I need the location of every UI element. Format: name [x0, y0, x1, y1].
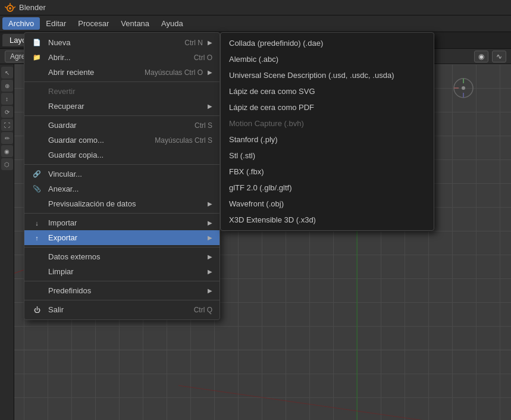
export-usd[interactable]: Universal Scene Description (.usd, .usdc…	[221, 67, 434, 83]
recuperar-arrow: ▶	[208, 103, 212, 109]
menu-previsual[interactable]: Previsualización de datos ▶	[24, 196, 220, 211]
sidebar-scale-icon[interactable]: ⟳	[1, 106, 13, 118]
sidebar-move-icon[interactable]: ⊕	[1, 80, 13, 92]
divider-2	[24, 115, 220, 116]
menu-nueva[interactable]: 📄 Nueva Ctrl N ▶	[24, 35, 220, 50]
export-ply[interactable]: Stanford (.ply)	[221, 131, 434, 148]
abrir-icon: 📁	[32, 54, 42, 61]
overlay-toggle[interactable]: ∿	[492, 51, 506, 62]
viewport-options[interactable]: ◉	[474, 51, 488, 62]
menu-anexar[interactable]: 📎 Anexar...	[24, 181, 220, 196]
anexar-icon: 📎	[32, 185, 42, 193]
divider-3	[24, 164, 220, 165]
menu-revertir: Revertir	[24, 84, 220, 99]
divider-5	[24, 247, 220, 247]
menu-procesar[interactable]: Procesar	[72, 17, 115, 30]
menu-predefinidos[interactable]: Predefinidos ▶	[24, 283, 220, 298]
exportar-arrow: ▶	[208, 234, 212, 241]
previsual-arrow: ▶	[208, 200, 212, 207]
menu-exportar[interactable]: ↑ Exportar ▶	[24, 230, 220, 245]
importar-arrow: ▶	[208, 220, 212, 226]
export-bvh: Motion Capture (.bvh)	[221, 115, 434, 131]
title-bar: Blender	[0, 0, 511, 15]
divider-4	[24, 213, 220, 214]
vincular-icon: 🔗	[32, 170, 42, 178]
limpiar-arrow: ▶	[208, 268, 212, 275]
menu-archivo[interactable]: Archivo	[2, 17, 40, 30]
export-svg[interactable]: Lápiz de cera como SVG	[221, 83, 434, 99]
sidebar-add-icon[interactable]: ⬡	[1, 158, 13, 170]
svg-point-1	[9, 7, 11, 10]
app-title: Blender	[19, 3, 46, 12]
archivo-dropdown: 📄 Nueva Ctrl N ▶ 📁 Abrir... Ctrl O Abrir…	[24, 32, 220, 320]
predefinidos-arrow: ▶	[208, 287, 212, 294]
export-fbx[interactable]: FBX (.fbx)	[221, 164, 434, 180]
menu-ayuda[interactable]: Ayuda	[155, 17, 189, 30]
export-gltf[interactable]: glTF 2.0 (.glb/.gltf)	[221, 180, 434, 196]
menu-vincular[interactable]: 🔗 Vincular...	[24, 167, 220, 181]
sidebar-cursor-icon[interactable]: ↖	[1, 67, 13, 79]
divider-1	[24, 82, 220, 82]
menu-bar: Archivo Editar Procesar Ventana Ayuda	[0, 15, 511, 32]
sidebar-transform-icon[interactable]: ⛶	[1, 119, 13, 131]
blender-logo-icon	[5, 2, 15, 13]
menu-ventana[interactable]: Ventana	[115, 17, 155, 30]
menu-guardar-como[interactable]: Guardar como... Mayúsculas Ctrl S	[24, 133, 220, 148]
datos-externos-arrow: ▶	[208, 253, 212, 260]
menu-datos-externos[interactable]: Datos externos ▶	[24, 249, 220, 264]
menu-abrir[interactable]: 📁 Abrir... Ctrl O	[24, 50, 220, 65]
export-collada[interactable]: Collada (predefinido) (.dae)	[221, 35, 434, 51]
menu-guardar[interactable]: Guardar Ctrl S	[24, 118, 220, 133]
menu-abrir-reciente[interactable]: Abrir reciente Mayúsculas Ctrl O ▶	[24, 65, 220, 80]
export-submenu: Collada (predefinido) (.dae) Alembic (.a…	[220, 32, 434, 231]
menu-editar[interactable]: Editar	[40, 17, 72, 30]
export-x3d[interactable]: X3D Extensible 3D (.x3d)	[221, 212, 434, 228]
sidebar-measure-icon[interactable]: ◉	[1, 145, 13, 157]
menu-limpiar[interactable]: Limpiar ▶	[24, 264, 220, 279]
divider-6	[24, 281, 220, 281]
nueva-arrow: ▶	[208, 39, 212, 46]
importar-icon: ↓	[32, 220, 42, 227]
sidebar-annotate-icon[interactable]: ✏	[1, 132, 13, 144]
abrir-reciente-arrow: ▶	[208, 69, 212, 76]
export-obj[interactable]: Wavefront (.obj)	[221, 196, 434, 212]
export-stl[interactable]: Stl (.stl)	[221, 148, 434, 164]
menu-importar[interactable]: ↓ Importar ▶	[24, 215, 220, 230]
menu-recuperar[interactable]: Recuperar ▶	[24, 99, 220, 114]
left-sidebar: ↖ ⊕ ↕ ⟳ ⛶ ✏ ◉ ⬡	[0, 64, 14, 420]
sidebar-rotate-icon[interactable]: ↕	[1, 93, 13, 105]
menu-salir[interactable]: ⏻ Salir Ctrl Q	[24, 302, 220, 317]
salir-icon: ⏻	[32, 306, 42, 314]
divider-7	[24, 300, 220, 300]
exportar-icon: ↑	[32, 234, 42, 242]
menu-guardar-copia[interactable]: Guardar copia...	[24, 148, 220, 162]
nueva-icon: 📄	[32, 39, 42, 46]
export-pdf[interactable]: Lápiz de cera como PDF	[221, 99, 434, 115]
export-alembic[interactable]: Alembic (.abc)	[221, 51, 434, 67]
